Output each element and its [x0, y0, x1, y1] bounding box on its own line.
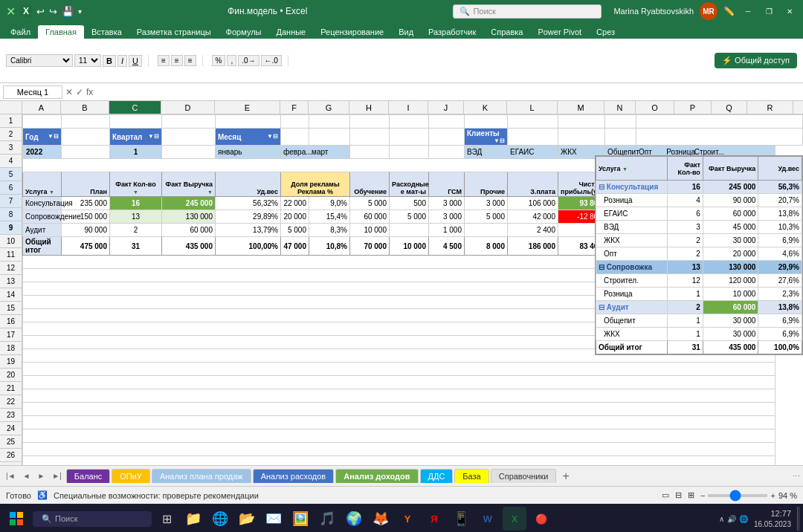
cell-f7[interactable]: 20 000 — [281, 210, 309, 224]
rt-row-opt[interactable]: Опт 2 20 000 4,6% — [596, 247, 802, 261]
cell-d6[interactable]: 245 000 — [162, 197, 216, 210]
rt-egais-rev[interactable]: 60 000 — [703, 207, 758, 221]
rt-stroit-qty[interactable]: 12 — [667, 274, 703, 288]
rt-stroit-share[interactable]: 27,6% — [758, 274, 802, 288]
hdr-adv[interactable]: Доля рекламы Реклама % — [281, 172, 350, 197]
hdr-other[interactable]: Прочие — [465, 172, 508, 197]
taskbar-email[interactable]: ✉️ — [262, 507, 286, 531]
col-c[interactable]: C — [109, 101, 161, 114]
rt-opt-rev[interactable]: 20 000 — [703, 247, 758, 261]
taskbar-firefox[interactable]: 🦊 — [369, 507, 393, 531]
rt-row-roz2[interactable]: Розница 1 10 000 2,3% — [596, 288, 802, 301]
cell-h7[interactable]: 60 000 — [350, 210, 390, 224]
tab-nav-last[interactable]: ►| — [49, 470, 65, 481]
rh-12[interactable]: 12 — [0, 262, 22, 275]
client-ved[interactable]: ВЭД — [465, 146, 508, 159]
rh-8[interactable]: 8 — [0, 208, 22, 221]
cell-h1[interactable] — [350, 115, 390, 129]
cell-n1[interactable] — [605, 115, 636, 129]
align-left-btn[interactable]: ≡ — [158, 55, 170, 66]
cell-c8[interactable]: 2 — [110, 224, 162, 237]
rt-row-obshch[interactable]: Общепит 1 30 000 6,9% — [596, 314, 802, 328]
font-family-select[interactable]: Calibri — [6, 54, 73, 67]
rt-support-share[interactable]: 29,9% — [758, 261, 802, 274]
cell-g1[interactable] — [309, 115, 350, 129]
rh-16[interactable]: 16 — [0, 315, 22, 328]
client-egais[interactable]: ЕГАИС — [508, 146, 558, 159]
format-comma-btn[interactable]: , — [227, 55, 236, 66]
hdr-fact-rev[interactable]: Факт Выручка ▼ — [162, 172, 216, 197]
rh-3[interactable]: 3 — [0, 141, 22, 155]
col-m[interactable]: M — [558, 101, 604, 114]
tab-expenses[interactable]: Анализ расходов — [253, 469, 335, 483]
rth-share[interactable]: Уд.вес — [758, 157, 802, 181]
cell-m1[interactable] — [558, 115, 605, 129]
hdr-service[interactable]: Услуга ▼ — [23, 172, 62, 197]
cell-i3[interactable] — [390, 146, 429, 159]
tab-data[interactable]: Данные — [268, 25, 313, 39]
zoom-out-btn[interactable]: − — [700, 491, 705, 500]
rt-zhkh-rev[interactable]: 30 000 — [703, 234, 758, 247]
quarter-slicer-header[interactable]: Квартал ▼⊟ — [110, 129, 162, 146]
cell-g7[interactable]: 15,4% — [309, 210, 350, 224]
hdr-supplies[interactable]: Расходные е мат-ы — [390, 172, 429, 197]
rt-row-zhkh[interactable]: ЖКХ 2 30 000 6,9% — [596, 234, 802, 247]
font-size-select[interactable]: 11 — [74, 54, 101, 67]
cell-o1[interactable] — [636, 115, 803, 129]
cell-j9[interactable]: 4 500 — [429, 237, 465, 256]
cell-b2[interactable] — [62, 129, 110, 146]
redo-btn[interactable]: ↪ — [49, 6, 57, 17]
rh-26[interactable]: 26 — [0, 449, 22, 462]
cell-i2[interactable] — [390, 129, 429, 146]
normal-view-btn[interactable]: ▭ — [662, 490, 669, 500]
rh-13[interactable]: 13 — [0, 275, 22, 288]
cell-row25[interactable] — [23, 456, 775, 466]
tab-slicer[interactable]: Срез — [589, 25, 622, 39]
cell-c7[interactable]: 13 — [110, 210, 162, 224]
cell-j7[interactable]: 3 000 — [429, 210, 465, 224]
tab-nav-first[interactable]: |◄ — [3, 470, 19, 481]
rh-19[interactable]: 19 — [0, 355, 22, 369]
rt-zhkh-label[interactable]: ЖКХ — [596, 234, 668, 247]
cell-j6[interactable]: 3 000 — [429, 197, 465, 210]
col-j[interactable]: J — [428, 101, 464, 114]
cell-i6[interactable]: 500 — [390, 197, 429, 210]
cell-l2[interactable] — [508, 129, 558, 146]
cell-b8[interactable]: 90 000 — [62, 224, 110, 237]
rt-row-support-hdr[interactable]: ⊟ Сопровожка 13 130 000 29,9% — [596, 261, 802, 274]
col-h[interactable]: H — [349, 101, 389, 114]
shared-access-btn[interactable]: ⚡ Общий доступ — [715, 53, 797, 68]
cell-e6[interactable]: 56,32% — [216, 197, 281, 210]
taskbar-files[interactable]: 📂 — [235, 507, 259, 531]
cell-e8[interactable]: 13,79% — [216, 224, 281, 237]
rt-support-qty[interactable]: 13 — [667, 261, 703, 274]
cell-row24[interactable] — [23, 443, 775, 456]
tab-dds[interactable]: ДДС — [420, 469, 454, 483]
cell-j1[interactable] — [429, 115, 465, 129]
show-desktop-btn[interactable] — [797, 507, 800, 531]
col-s[interactable]: S — [793, 101, 803, 114]
tab-nav-prev[interactable]: ◄ — [20, 470, 33, 481]
cell-row23[interactable] — [23, 429, 775, 443]
client-slicer-header[interactable]: Клиенты ▼⊟ — [465, 129, 508, 146]
cell-g2[interactable] — [309, 129, 350, 146]
underline-btn[interactable]: U — [129, 55, 142, 67]
hdr-fact-qty[interactable]: Факт Кол-во ▼ — [110, 172, 162, 197]
cell-g9[interactable]: 10,8% — [309, 237, 350, 256]
cell-f2[interactable] — [281, 129, 309, 146]
align-center-btn[interactable]: ≡ — [171, 55, 183, 66]
cell-h8[interactable]: 10 000 — [350, 224, 390, 237]
dec-increase-btn[interactable]: .0→ — [238, 55, 259, 66]
cell-d8[interactable]: 60 000 — [162, 224, 216, 237]
quarter-1[interactable]: 1 — [110, 146, 162, 159]
taskbar-word[interactable]: W — [476, 507, 500, 531]
cell-d2[interactable] — [162, 129, 216, 146]
cell-e7[interactable]: 29,89% — [216, 210, 281, 224]
taskbar-view-btn[interactable]: ⊞ — [155, 507, 178, 531]
rt-row-egais[interactable]: ЕГАИС 6 60 000 13,8% — [596, 207, 802, 221]
col-o[interactable]: O — [636, 101, 674, 114]
rth-rev[interactable]: Факт Выручка — [703, 157, 758, 181]
col-i[interactable]: I — [389, 101, 428, 114]
col-a[interactable]: A — [22, 101, 61, 114]
cell-l6[interactable]: 106 000 — [508, 197, 558, 210]
